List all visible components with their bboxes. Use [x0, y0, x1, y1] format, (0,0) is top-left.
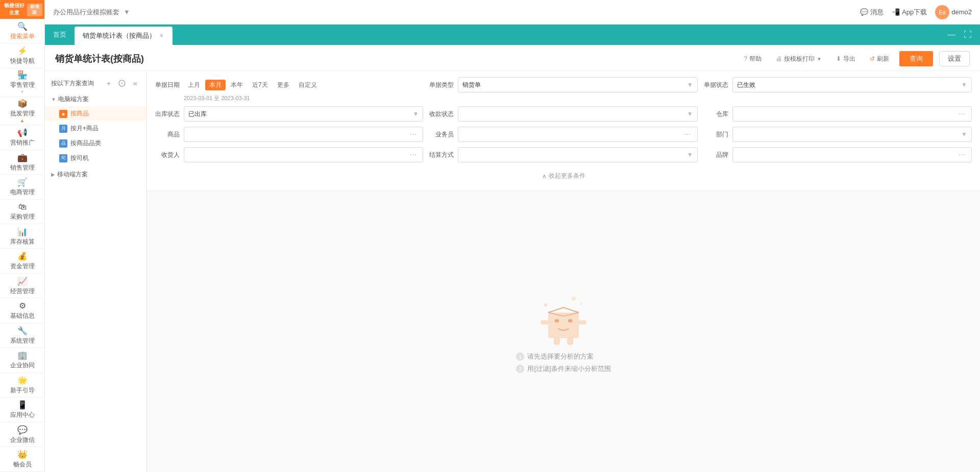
- sidebar-item-marketing[interactable]: 📢 营销推广: [0, 125, 44, 150]
- industry-dropdown-icon[interactable]: ▼: [124, 8, 130, 16]
- sidebar-item-finance[interactable]: 💰 资金管理: [0, 249, 44, 274]
- filter-settle-label: 结算方式: [429, 151, 458, 159]
- refresh-icon: ↺: [870, 55, 875, 62]
- filter-settle-cell: 结算方式 ▼: [429, 147, 697, 162]
- sidebar-item-basic[interactable]: ⚙ 基础信息: [0, 298, 44, 323]
- sidebar-item-member[interactable]: 👑 畅会员: [0, 447, 44, 472]
- sidebar-item-ecommerce[interactable]: 🛒 电商管理: [0, 175, 44, 200]
- filter-goods-cell: 商品 ···: [155, 127, 423, 142]
- sidebar-basic-label: 基础信息: [10, 312, 35, 320]
- filter-goods-field[interactable]: ···: [184, 127, 423, 142]
- scheme-edit-icon[interactable]: [117, 78, 127, 88]
- date-tab-this-month[interactable]: 本月: [205, 80, 226, 90]
- scheme-item-by-goods[interactable]: ● 按商品: [45, 106, 146, 121]
- date-tab-more[interactable]: 更多: [273, 80, 293, 90]
- scheme-item-label-category: 按商品品类: [70, 139, 101, 148]
- industry-name: 办公用品行业模拟账套: [53, 8, 119, 17]
- tab-bar: 首页 销货单统计表（按商品） × — ⛶: [45, 25, 980, 45]
- ecommerce-icon: 🛒: [17, 177, 28, 187]
- filter-settle-field[interactable]: ▼: [458, 147, 697, 162]
- scheme-item-by-driver[interactable]: 司 按司机: [45, 151, 146, 166]
- sidebar-search-label: 搜索菜单: [10, 32, 35, 41]
- message-action[interactable]: 💬 消息: [860, 8, 884, 17]
- sidebar-item-retail[interactable]: 🏪 零售管理 ▼: [0, 68, 44, 97]
- finance-icon: 💰: [17, 251, 28, 261]
- sidebar-purchase-label: 采购管理: [10, 213, 35, 221]
- filter-out-field[interactable]: 已出库 ▼: [184, 106, 423, 122]
- scheme-collapse-icon[interactable]: «: [130, 78, 140, 88]
- filter-status-field[interactable]: 已生效 ▼: [732, 77, 972, 92]
- sidebar-operation-label: 经营管理: [10, 287, 35, 296]
- settings-button[interactable]: 设置: [939, 51, 970, 66]
- filter-result-panel: 单据日期 上月 本月 本年 近7天 更多 自定义: [147, 71, 980, 472]
- filter-brand-dots: ···: [957, 150, 967, 159]
- filter-warehouse-field[interactable]: ···: [732, 106, 972, 122]
- sidebar-item-system[interactable]: 🔧 系统管理: [0, 323, 44, 348]
- sidebar-item-corpwechat[interactable]: 💬 企业微信: [0, 422, 44, 447]
- tab-active[interactable]: 销货单统计表（按商品） ×: [75, 27, 173, 45]
- filter-staff-field[interactable]: ···: [458, 127, 697, 142]
- sidebar-item-quicknav[interactable]: ⚡ 快捷导航: [0, 43, 44, 68]
- filter-row-3: 商品 ··· 业务员 ···: [155, 127, 972, 142]
- sidebar-item-sales[interactable]: 💼 销售管理: [0, 150, 44, 175]
- sidebar-system-label: 系统管理: [10, 337, 35, 345]
- collapse-bar[interactable]: ∧ 收起更多条件: [155, 168, 972, 184]
- tab-fullscreen-icon[interactable]: ⛶: [962, 28, 974, 41]
- scheme-group-mobile-title[interactable]: ▶ 移动端方案: [45, 168, 146, 181]
- print-button[interactable]: 🖨 按模板打印 ▼: [772, 53, 826, 65]
- filter-date-cell: 单据日期 上月 本月 本年 近7天 更多 自定义: [155, 77, 423, 92]
- tab-home[interactable]: 首页: [45, 25, 75, 45]
- sidebar-item-appcenter[interactable]: 📱 应用中心: [0, 397, 44, 422]
- filter-status-arrow: ▼: [961, 81, 967, 88]
- sidebar-item-search[interactable]: 🔍 搜索菜单: [0, 19, 44, 44]
- svg-rect-4: [568, 319, 572, 322]
- filter-receiver-field[interactable]: ···: [184, 147, 423, 162]
- scheme-add-icon[interactable]: +: [104, 78, 114, 88]
- tab-active-label: 销货单统计表（按商品）: [83, 31, 156, 40]
- filter-brand-field[interactable]: ···: [732, 147, 972, 162]
- filter-staff-dots: ···: [682, 130, 693, 139]
- search-icon: 🔍: [17, 21, 28, 31]
- refresh-button[interactable]: ↺ 刷新: [866, 53, 893, 65]
- filter-date-label: 单据日期: [155, 81, 184, 89]
- empty-text: 1 请先选择要分析的方案 2 用[过滤]条件来缩小分析范围: [516, 352, 610, 373]
- sidebar-wholesale-label: 批发管理: [10, 109, 35, 118]
- filter-collect-field[interactable]: ▼: [458, 106, 697, 122]
- help-button[interactable]: ? 帮助: [740, 53, 766, 65]
- appcenter-icon: 📱: [17, 400, 28, 410]
- filter-settle-arrow: ▼: [687, 151, 693, 158]
- tab-close-icon[interactable]: ×: [159, 31, 164, 40]
- svg-point-10: [580, 303, 582, 305]
- date-tab-custom[interactable]: 自定义: [295, 80, 321, 90]
- refresh-label: 刷新: [877, 55, 889, 63]
- filter-dept-field[interactable]: ▼: [732, 127, 972, 142]
- user-action[interactable]: Ea demo2: [935, 5, 972, 19]
- user-avatar: Ea: [935, 5, 949, 19]
- scheme-panel: 按以下方案查询 + « ▼: [45, 71, 147, 472]
- sidebar-item-corp[interactable]: 🏢 企业协同: [0, 348, 44, 373]
- sidebar-marketing-label: 营销推广: [10, 138, 35, 147]
- export-button[interactable]: ⬇ 导出: [832, 53, 860, 65]
- query-button[interactable]: 查询: [899, 51, 933, 66]
- filter-status-cell: 单据状态 已生效 ▼: [704, 77, 972, 92]
- date-tab-7days[interactable]: 近7天: [248, 80, 272, 90]
- scheme-group-pc-title[interactable]: ▼ 电脑端方案: [45, 92, 146, 106]
- tab-minimize-icon[interactable]: —: [945, 28, 958, 41]
- scheme-item-by-month-goods[interactable]: 月 按月+商品: [45, 121, 146, 136]
- filter-staff-cell: 业务员 ···: [429, 127, 697, 142]
- app-download-action[interactable]: 📲 App下载: [892, 8, 927, 17]
- sidebar-item-operation[interactable]: 📈 经营管理: [0, 274, 44, 299]
- collapse-label: 收起更多条件: [549, 172, 585, 180]
- tip-text-2: 用[过滤]条件来缩小分析范围: [527, 364, 610, 373]
- date-tab-this-year[interactable]: 本年: [227, 80, 247, 90]
- scheme-item-by-category[interactable]: 品 按商品品类: [45, 136, 146, 151]
- export-icon: ⬇: [836, 55, 841, 62]
- sidebar-item-purchase[interactable]: 🛍 采购管理: [0, 200, 44, 224]
- sidebar-item-newguide[interactable]: 🌟 新手引导: [0, 373, 44, 398]
- filter-type-field[interactable]: 销货单 ▼: [458, 77, 697, 92]
- filter-collect-arrow: ▼: [687, 110, 693, 117]
- date-tab-last-month[interactable]: 上月: [184, 80, 204, 90]
- sidebar-item-wholesale[interactable]: 📦 批发管理 ▲: [0, 97, 44, 126]
- sidebar-item-inventory[interactable]: 📊 库存核算: [0, 224, 44, 249]
- svg-rect-5: [541, 320, 549, 324]
